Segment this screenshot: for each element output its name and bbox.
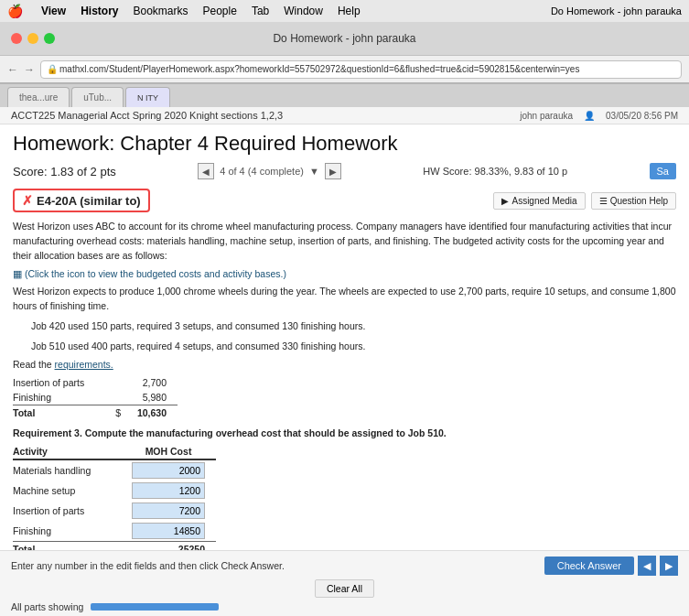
parts-label: All parts showing <box>11 601 83 612</box>
close-button[interactable] <box>11 33 22 44</box>
bottom-bar-row1: Enter any number in the edit fields and … <box>11 556 678 576</box>
problem-id: E4-20A (similar to) <box>37 194 141 208</box>
user-icon: 👤 <box>584 111 595 121</box>
req3-bold: Requirement 3. <box>13 427 82 438</box>
tab-active[interactable]: N ITY <box>125 87 170 107</box>
moh-input-1[interactable] <box>132 482 205 499</box>
req-row-label: Finishing <box>13 390 104 405</box>
clear-all-btn[interactable]: Clear All <box>315 579 374 598</box>
lock-icon: 🔒 <box>47 64 58 74</box>
menu-people[interactable]: People <box>203 5 237 17</box>
user-info: john parauka 👤 03/05/20 8:56 PM <box>520 111 678 121</box>
menu-window[interactable]: Window <box>284 5 323 17</box>
req-row-label: Total <box>13 405 104 421</box>
score-info: Score: 1.83 of 2 pts <box>13 165 116 178</box>
title-bar: Do Homework - john parauka <box>0 22 689 55</box>
apple-menu[interactable]: 🍎 <box>7 4 23 18</box>
problem-text-4: Job 510 used 400 parts, required 4 setup… <box>13 340 676 354</box>
prev-answer-btn[interactable]: ◀ <box>638 556 656 576</box>
moh-input-cell <box>132 501 216 521</box>
main-content: Homework: Chapter 4 Required Homework Sc… <box>0 124 689 611</box>
click-link[interactable]: ▦ (Click the icon to view the budgeted c… <box>13 268 676 279</box>
problem-icon: ✗ <box>22 193 33 208</box>
question-help-label: Question Help <box>610 196 668 206</box>
back-icon[interactable]: ← <box>7 63 18 76</box>
score-label: Score: <box>13 165 48 178</box>
traffic-lights <box>11 33 55 44</box>
nav-label: 4 of 4 (4 complete) <box>220 166 304 177</box>
menu-history[interactable]: History <box>81 5 118 17</box>
hw-score-right: HW Score: 98.33%, 9.83 of 10 p <box>423 166 567 177</box>
moh-input-0[interactable] <box>132 462 205 479</box>
browser-chrome: Do Homework - john parauka ← → 🔒 mathxl.… <box>0 22 689 83</box>
problem-id-badge: ✗ E4-20A (similar to) <box>13 189 150 212</box>
prev-question-btn[interactable]: ◀ <box>198 163 214 179</box>
check-answer-btn[interactable]: Check Answer <box>544 557 634 575</box>
problem-header: ✗ E4-20A (similar to) ▶ Assigned Media ☰… <box>13 189 676 212</box>
nav-controls: ◀ 4 of 4 (4 complete) ▼ ▶ <box>198 163 341 179</box>
media-icon: ▶ <box>501 196 509 206</box>
tab-1[interactable]: thea...ure <box>7 87 70 107</box>
moh-input-cell <box>132 459 216 481</box>
moh-input-3[interactable] <box>132 523 205 539</box>
menu-view[interactable]: View <box>41 5 66 17</box>
question-help-btn[interactable]: ☰ Question Help <box>591 192 676 210</box>
moh-input-cell <box>132 521 216 542</box>
req-row-value: 10,630 <box>123 405 178 421</box>
requirements-link[interactable]: requirements. <box>55 359 113 370</box>
moh-cost-header: MOH Cost <box>132 444 216 459</box>
bottom-instruction: Enter any number in the edit fields and … <box>11 560 285 571</box>
maximize-button[interactable] <box>44 33 55 44</box>
moh-input-2[interactable] <box>132 503 205 519</box>
req3-text: Compute the manufacturing overhead cost … <box>85 427 447 438</box>
moh-activity-label: Insertion of parts <box>13 501 132 521</box>
check-answer-nav: Check Answer ◀ ▶ <box>544 556 678 576</box>
req-row-dollar <box>104 375 123 390</box>
browser-title-center: Do Homework - john parauka <box>551 5 682 16</box>
forward-icon[interactable]: → <box>24 63 35 76</box>
list-icon: ☰ <box>599 196 608 206</box>
hw-title: Homework: Chapter 4 Required Homework <box>13 132 676 156</box>
username: john parauka <box>520 111 573 121</box>
date-time: 03/05/20 8:56 PM <box>606 111 678 121</box>
moh-input-cell <box>132 481 216 501</box>
req-row-dollar: $ <box>104 405 123 421</box>
req-row-value: 5,980 <box>123 390 178 405</box>
moh-activity-label: Machine setup <box>13 481 132 501</box>
assigned-media-btn[interactable]: ▶ Assigned Media <box>493 192 585 210</box>
read-requirements: Read the requirements. <box>13 359 676 370</box>
next-answer-btn[interactable]: ▶ <box>660 556 678 576</box>
save-button[interactable]: Sa <box>650 163 676 179</box>
parts-progress <box>91 603 219 611</box>
problem-text-3: Job 420 used 150 parts, required 3 setup… <box>13 319 676 334</box>
moh-activity-label: Materials handling <box>13 459 132 481</box>
problem-tools: ▶ Assigned Media ☰ Question Help <box>493 192 676 210</box>
moh-activity-header: Activity <box>13 444 132 459</box>
next-question-btn[interactable]: ▶ <box>325 163 341 179</box>
dropdown-icon[interactable]: ▼ <box>309 166 319 177</box>
mac-menubar: 🍎 View History Bookmarks People Tab Wind… <box>0 0 689 22</box>
tab-bar: thea...ure uTub... N ITY <box>0 83 689 107</box>
course-title: ACCT225 Managerial Acct Spring 2020 Knig… <box>11 110 283 121</box>
menu-tab[interactable]: Tab <box>252 5 269 17</box>
url-text: mathxl.com/Student/PlayerHomework.aspx?h… <box>59 64 579 74</box>
requirement-header: Requirement 3. Compute the manufacturing… <box>13 427 676 438</box>
req-row-dollar <box>104 390 123 405</box>
parts-bar: All parts showing <box>11 601 678 612</box>
menu-help[interactable]: Help <box>338 5 361 17</box>
address-bar[interactable]: 🔒 mathxl.com/Student/PlayerHomework.aspx… <box>40 60 682 79</box>
minimize-button[interactable] <box>27 33 38 44</box>
req-row-label: Insertion of parts <box>13 375 104 390</box>
hw-meta: Score: 1.83 of 2 pts ◀ 4 of 4 (4 complet… <box>13 163 676 179</box>
bottom-bar: Enter any number in the edit fields and … <box>0 550 689 616</box>
page-content: ACCT225 Managerial Acct Spring 2020 Knig… <box>0 107 689 616</box>
menu-bookmarks[interactable]: Bookmarks <box>133 5 188 17</box>
browser-window-title: Do Homework - john parauka <box>273 32 415 45</box>
problem-text-1: West Horizon uses ABC to account for its… <box>13 220 676 263</box>
tab-2[interactable]: uTub... <box>71 87 124 107</box>
req-table: Insertion of parts 2,700 Finishing 5,980… <box>13 375 676 420</box>
moh-activity-label: Finishing <box>13 521 132 542</box>
assigned-media-label: Assigned Media <box>511 196 576 206</box>
req-row-value: 2,700 <box>123 375 178 390</box>
address-bar-row: ← → 🔒 mathxl.com/Student/PlayerHomework.… <box>0 55 689 82</box>
